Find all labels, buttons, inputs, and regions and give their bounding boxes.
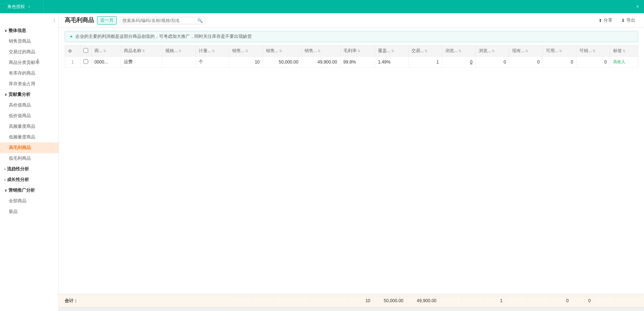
footer-cell-unit: [333, 297, 348, 305]
nav-close-icon[interactable]: ×: [37, 18, 39, 22]
row-sales-cost: 49,900.00: [302, 57, 340, 68]
row-sales-qty: 10: [229, 57, 263, 68]
sidebar-item-in-stock-goods[interactable]: 有库存的商品: [0, 68, 58, 79]
export-icon: ⬇: [621, 18, 625, 23]
col-header-sales-amount[interactable]: 销售...⇅: [263, 46, 301, 57]
table-head: ⚙商...⇅商品名称⇅规格...⇅计量...⇅销售...⇅销售...⇅销售...…: [65, 46, 638, 57]
section-arrow-trend: ›: [4, 167, 6, 171]
sidebar-section-overall[interactable]: ∨整体信息: [0, 25, 58, 36]
share-icon: ⬆: [598, 18, 602, 23]
sidebar-item-goods-contribution[interactable]: 商品分类贡献率: [0, 57, 58, 68]
table-body: 10000...运费个1050,000.0049,900.0099.8%1.49…: [65, 57, 638, 68]
search-icon[interactable]: 🔍: [197, 18, 203, 23]
sidebar-item-high-value[interactable]: 高价值商品: [0, 100, 58, 111]
footer-cell-browse1: [506, 297, 528, 305]
col-header-sales-cost[interactable]: 销售...⇅: [302, 46, 340, 57]
sidebar-item-new-goods[interactable]: 新品: [0, 206, 58, 217]
nav-close-icon[interactable]: ×: [28, 44, 30, 48]
footer-cell-browse2: [528, 297, 550, 305]
footer-cell-available: 0: [572, 297, 594, 305]
window-close[interactable]: ×: [634, 3, 641, 10]
sidebar-item-low-freq[interactable]: 低频量度商品: [0, 132, 58, 142]
filter-month-btn[interactable]: 近一月: [97, 16, 117, 25]
col-header-tag[interactable]: 标签⇅: [610, 46, 638, 57]
section-arrow-growth: ›: [4, 178, 6, 182]
collapse-icon: 《: [51, 18, 55, 24]
section-arrow-overall: ∨: [4, 29, 7, 33]
sort-icon-trade: ⇅: [425, 49, 428, 53]
search-box: 🔍: [120, 17, 205, 24]
sort-icon-code: ⇅: [103, 49, 106, 53]
export-btn[interactable]: ⬇ 导出: [618, 17, 638, 24]
footer-cell-saleable: [594, 297, 616, 305]
share-btn[interactable]: ⬆ 分享: [596, 17, 615, 24]
col-header-margin-rate[interactable]: 毛利率⇅: [340, 46, 375, 57]
section-label-asset-analysis: 贡献量分析: [8, 91, 30, 98]
sort-icon-tag: ⇅: [623, 49, 626, 53]
col-header-saleable[interactable]: 可销...⇅: [576, 46, 610, 57]
nav-close-icon[interactable]: ×: [28, 5, 30, 9]
select-all-checkbox[interactable]: [83, 48, 88, 53]
sidebar-section-trend[interactable]: ›流趋性分析: [0, 164, 58, 174]
sort-icon-unit: ⇅: [212, 49, 215, 53]
sidebar-item-stock-share[interactable]: 库存资金占用: [0, 79, 58, 89]
section-label-overall: 整体信息: [8, 28, 26, 34]
row-name: 运费: [121, 57, 162, 68]
section-label-growth: 成长性分析: [7, 177, 29, 183]
table-row: 10000...运费个1050,000.0049,900.0099.8%1.49…: [65, 57, 638, 68]
col-header-coverage[interactable]: 覆盖...⇅: [375, 46, 408, 57]
nav-close-icon[interactable]: ×: [37, 31, 39, 35]
row-checkbox[interactable]: [83, 59, 88, 64]
sidebar-item-high-freq[interactable]: 高频量度商品: [0, 121, 58, 132]
sort-icon-spec: ⇅: [179, 49, 181, 53]
nav-item-角色授权[interactable]: 角色授权×: [3, 0, 44, 13]
sidebar-item-low-value[interactable]: 低价值商品: [0, 111, 58, 121]
col-header-name[interactable]: 商品名称⇅: [121, 46, 162, 57]
hint-icon: ✦: [69, 34, 73, 39]
row-coverage: 1.49%: [375, 57, 408, 68]
scroll-area[interactable]: [59, 307, 644, 311]
sort-icon-name: ⇅: [142, 49, 145, 53]
sidebar-collapse-btn[interactable]: 《: [0, 16, 58, 25]
nav-close-icon[interactable]: ×: [37, 58, 39, 62]
sort-icon-coverage: ⇅: [391, 49, 394, 53]
sidebar-section-marketing[interactable]: ∨营销推广分析: [0, 185, 58, 196]
section-arrow-asset-analysis: ∨: [4, 93, 7, 97]
search-input[interactable]: [122, 18, 196, 23]
content-area: 高毛利商品 近一月 🔍 ⬆ 分享 ⬇ 导出 ✦ 企业的主要: [59, 13, 644, 311]
col-header-settings: ⚙: [65, 46, 80, 57]
row-tag: 高收入: [610, 57, 638, 68]
row-browse1[interactable]: 0: [442, 57, 475, 68]
row-sales-amount: 50,000.00: [263, 57, 301, 68]
footer-cell-margin-rate: [440, 297, 462, 305]
section-label-trend: 流趋性分析: [7, 166, 29, 172]
sort-icon-sales-cost: ⇅: [318, 49, 321, 53]
content-title: 高毛利商品: [65, 17, 94, 24]
footer-cell-settings: [232, 297, 243, 305]
col-header-browse2[interactable]: 浏览...⇅: [476, 46, 509, 57]
col-header-unit[interactable]: 计量...⇅: [196, 46, 229, 57]
sidebar-section-asset-analysis[interactable]: ∨贡献量分析: [0, 89, 58, 100]
col-header-spec[interactable]: 规格...⇅: [162, 46, 195, 57]
data-table: ⚙商...⇅商品名称⇅规格...⇅计量...⇅销售...⇅销售...⇅销售...…: [65, 45, 638, 68]
col-header-trade[interactable]: 交易...⇅: [409, 46, 442, 57]
row-available: 0: [543, 57, 576, 68]
footer-cell-sales-qty: 10: [348, 297, 374, 305]
sidebar-item-high-margin[interactable]: 高毛利商品: [0, 142, 58, 153]
footer-label: 合计：: [65, 298, 78, 304]
footer-cell-checkbox: [243, 297, 252, 305]
col-header-browse1[interactable]: 浏览...⇅: [442, 46, 475, 57]
section-label-marketing: 营销推广分析: [8, 187, 35, 194]
sidebar-item-all-goods[interactable]: 全部商品: [0, 196, 58, 206]
section-arrow-marketing: ∨: [4, 188, 7, 192]
top-nav: 首页销售单×进货单×权限设置×角色授权×产成品入库单×单据模板设置×商品分析×商…: [0, 0, 644, 13]
row-trade: 1: [409, 57, 442, 68]
sort-icon-saleable: ⇅: [593, 49, 596, 53]
col-header-code[interactable]: 商...⇅: [91, 46, 120, 57]
row-current: 0: [509, 57, 543, 68]
col-header-sales-qty[interactable]: 销售...⇅: [229, 46, 263, 57]
sidebar-item-low-margin[interactable]: 低毛利商品: [0, 153, 58, 164]
sidebar-section-growth[interactable]: ›成长性分析: [0, 174, 58, 185]
col-header-available[interactable]: 可用...⇅: [543, 46, 576, 57]
col-header-current[interactable]: 现有...⇅: [509, 46, 543, 57]
